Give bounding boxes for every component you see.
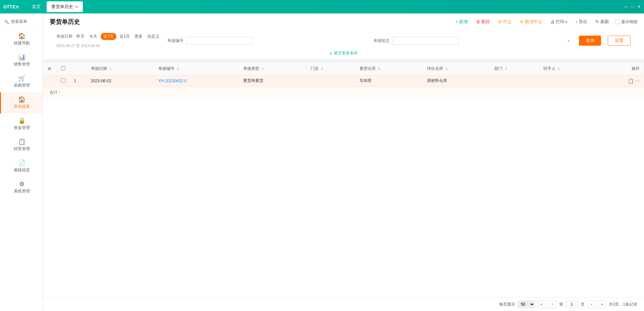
sort-handler-icon: ⇅ [557, 67, 560, 71]
date-btn-today[interactable]: 今天 [88, 33, 99, 40]
sidebar-item-finance[interactable]: 🔒 资金管理 [0, 114, 43, 135]
date-btn-1month[interactable]: 近1月 [118, 33, 131, 40]
total-info: 共1页，1条记录 [609, 302, 637, 307]
stop-button[interactable]: ⊘ 中止 [496, 17, 514, 26]
next-page-btn[interactable]: › [587, 300, 595, 308]
td-doc-no[interactable]: YH-20230602-0 [154, 75, 239, 87]
sidebar-item-label: 基础信息 [14, 167, 30, 173]
row-checkbox[interactable] [61, 78, 65, 83]
pagination-bar: 每页显示 50 10 20 100 « ‹ 第 页 › » 共1页，1条记录 [43, 297, 644, 311]
refresh-button[interactable]: ↻ 刷新 [593, 17, 611, 26]
settings-icon: ⚙ [48, 66, 51, 71]
new-button[interactable]: + 新增 [453, 17, 470, 26]
print-button[interactable]: 🖨 打印 ▾ [548, 17, 570, 26]
page-title: 要货单历史 [50, 18, 80, 26]
first-page-btn[interactable]: « [538, 300, 546, 308]
tab-home[interactable]: 首页 [27, 1, 45, 12]
th-dept[interactable]: 部门 ⇅ [490, 62, 539, 75]
td-store [306, 75, 355, 87]
sidebar-search-label: 搜索菜单 [11, 19, 27, 25]
th-date[interactable]: 单据日期 ⇅ [87, 62, 154, 75]
table-area: ⚙ 单据日期 ⇅ 单据编号 ⇅ [43, 62, 644, 297]
doc-no-link[interactable]: YH-20230602-0 [158, 79, 187, 83]
per-page-select[interactable]: 50 10 20 100 [518, 301, 535, 308]
th-action: 操作 [597, 62, 644, 75]
doc-number-input[interactable] [186, 37, 253, 45]
sidebar-item-operation[interactable]: 📋 经营管理 [0, 135, 43, 156]
date-btn-7days[interactable]: 近7天 [101, 33, 116, 40]
sidebar-item-label: 库存核算 [14, 104, 30, 109]
filter-row-1: 单据日期 昨天 今天 近7天 近1月 更多 自定义 2023-05-27 至 2… [56, 33, 631, 48]
th-req-warehouse[interactable]: 要货仓库 ⇅ [355, 62, 423, 75]
settings-button[interactable]: 设置 [608, 36, 631, 46]
sort-store-icon: ⇅ [321, 67, 323, 71]
sidebar-item-base-info[interactable]: 📄 基础信息 [0, 156, 43, 177]
select-all-checkbox[interactable] [61, 66, 65, 71]
sidebar-item-quick-nav[interactable]: 🏠 快捷导航 [0, 29, 43, 50]
query-button[interactable]: 查询 [579, 36, 601, 46]
display-detail-label: 显示明细 [621, 19, 637, 25]
date-btn-custom[interactable]: 自定义 [146, 33, 161, 40]
td-doc-type: 要货单要货 [239, 75, 306, 87]
expand-more-btn[interactable]: ∨ 展开更多条件 [56, 50, 631, 56]
page-header: 要货单历史 + 新增 🗑 删除 ⊘ 中止 ⊘ 取消中止 🖨 打印 ▾ ↑ 导出 … [43, 13, 644, 60]
td-pending-warehouse: 原材料仓库 [423, 75, 490, 87]
page-title-row: 要货单历史 + 新增 🗑 删除 ⊘ 中止 ⊘ 取消中止 🖨 打印 ▾ ↑ 导出 … [50, 17, 637, 26]
view-action-icon[interactable]: 📋 [628, 78, 634, 84]
minimize-btn[interactable]: — [624, 4, 628, 9]
th-num [70, 62, 87, 75]
sidebar-search[interactable]: 🔍 搜索菜单 [0, 16, 43, 28]
date-range-display: 2023-05-27 至 2023-06-02 [56, 43, 100, 48]
doc-number-label: 单据编号 [167, 38, 183, 44]
date-btn-more[interactable]: 更多 [133, 33, 144, 40]
th-store[interactable]: 门店 ⇅ [306, 62, 355, 75]
td-checkbox[interactable] [56, 75, 70, 87]
sort-date-icon: ⇅ [109, 67, 112, 71]
select-arrow-icon: ▾ [568, 39, 570, 43]
more-action-icon[interactable]: ⋯ [635, 78, 640, 84]
display-detail-checkbox[interactable] [615, 19, 620, 24]
display-detail-toggle[interactable]: 显示明细 [615, 19, 637, 25]
page-number-input[interactable] [566, 301, 578, 308]
sidebar-item-label: 经营管理 [14, 146, 30, 152]
th-handler[interactable]: 经手人 ⇅ [539, 62, 598, 75]
cancel-stop-button[interactable]: ⊘ 取消中止 [518, 17, 544, 26]
sidebar-item-purchase[interactable]: 🛒 采购管理 [0, 71, 43, 92]
tab-close-icon[interactable]: ✕ [75, 5, 78, 9]
home-icon: 🏠 [18, 33, 25, 39]
sidebar-item-inventory[interactable]: 🏠 库存核算 [0, 92, 43, 114]
per-page-label: 每页显示 [499, 302, 515, 307]
close-btn[interactable]: ✕ [637, 4, 641, 9]
date-filter-label: 单据日期 [56, 34, 72, 39]
sidebar-item-system[interactable]: ⚙ 系统管理 [0, 177, 43, 198]
footer-label: 合计： [50, 90, 62, 95]
th-doc-type[interactable]: 单据类型 ⇅ [239, 62, 306, 75]
sales-icon: 📊 [18, 54, 25, 60]
export-button[interactable]: ↑ 导出 [573, 17, 589, 26]
prev-page-btn[interactable]: ‹ [548, 300, 556, 308]
td-date: 2023-06-02 [87, 75, 154, 87]
th-pending-warehouse[interactable]: 待出仓库 ⇅ [423, 62, 490, 75]
doc-number-filter: 单据编号 [167, 37, 366, 45]
sidebar-item-sales[interactable]: 📊 销售管理 [0, 50, 43, 71]
doc-status-select[interactable] [392, 37, 459, 45]
main-content: 要货单历史 + 新增 🗑 删除 ⊘ 中止 ⊘ 取消中止 🖨 打印 ▾ ↑ 导出 … [43, 13, 644, 311]
th-checkbox[interactable] [56, 62, 70, 75]
th-settings[interactable]: ⚙ [43, 62, 56, 75]
sort-doctype-icon: ⇅ [261, 67, 264, 71]
last-page-btn[interactable]: » [598, 300, 606, 308]
delete-button[interactable]: 🗑 删除 [474, 17, 492, 26]
base-info-icon: 📄 [18, 160, 25, 166]
tab-requisition-history[interactable]: 要货单历史 ✕ [47, 1, 83, 12]
doc-status-filter: 单据状态 ▾ [373, 37, 572, 45]
sidebar-item-label: 快捷导航 [14, 40, 30, 46]
maximize-btn[interactable]: □ [632, 4, 634, 9]
toolbar: + 新增 🗑 删除 ⊘ 中止 ⊘ 取消中止 🖨 打印 ▾ ↑ 导出 ↻ 刷新 显… [453, 17, 637, 26]
filter-area: 单据日期 昨天 今天 近7天 近1月 更多 自定义 2023-05-27 至 2… [50, 30, 637, 59]
sidebar-item-label: 资金管理 [14, 125, 30, 131]
print-dropdown-icon[interactable]: ▾ [566, 20, 567, 24]
window-controls: — □ ✕ [624, 4, 641, 9]
th-doc-no[interactable]: 单据编号 ⇅ [154, 62, 239, 75]
table-footer: 合计： [43, 87, 644, 98]
date-btn-yesterday[interactable]: 昨天 [75, 33, 86, 40]
